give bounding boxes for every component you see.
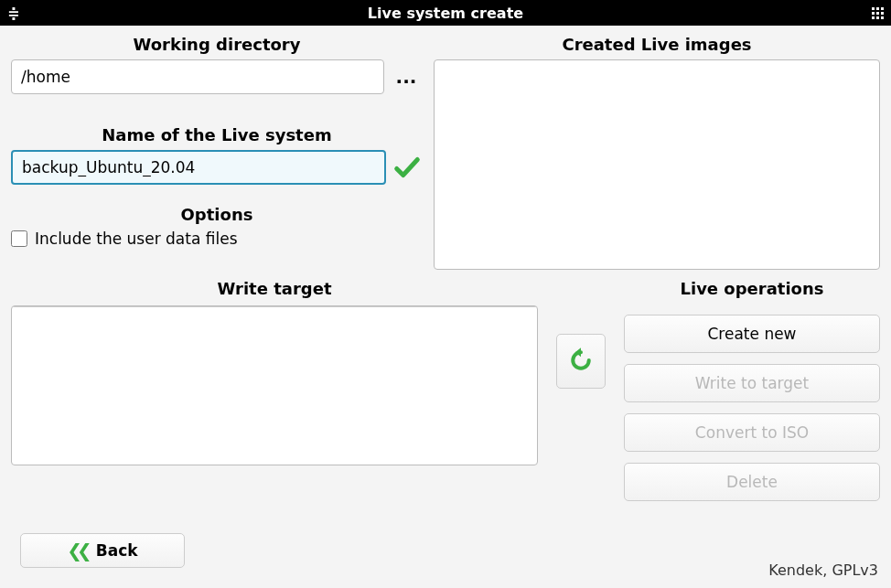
- footer-credit: Kendek, GPLv3: [768, 561, 878, 579]
- create-new-button[interactable]: Create new: [624, 315, 880, 353]
- browse-button[interactable]: ...: [390, 59, 423, 94]
- write-target-table[interactable]: [11, 305, 538, 465]
- live-operations-section: Live operations Create new Write to targ…: [624, 279, 880, 501]
- back-label: Back: [96, 541, 138, 560]
- live-name-label: Name of the Live system: [11, 125, 423, 144]
- options-label: Options: [11, 205, 423, 224]
- working-directory-input[interactable]: [11, 59, 384, 94]
- created-images-section: Created Live images: [434, 35, 880, 270]
- table-header: [12, 306, 537, 307]
- live-operations-label: Live operations: [624, 279, 880, 298]
- write-target-label: Write target: [11, 279, 538, 298]
- live-system-name-input[interactable]: [11, 150, 386, 185]
- created-images-label: Created Live images: [434, 35, 880, 54]
- app-grid-icon[interactable]: [872, 7, 884, 19]
- write-to-target-button[interactable]: Write to target: [624, 364, 880, 402]
- window-menu-icon[interactable]: ≑: [7, 5, 19, 22]
- include-user-data-label: Include the user data files: [35, 230, 238, 248]
- delete-button[interactable]: Delete: [624, 463, 880, 501]
- refresh-icon: [567, 347, 595, 377]
- titlebar: ≑ Live system create: [0, 0, 891, 26]
- include-user-data-row[interactable]: Include the user data files: [11, 230, 423, 248]
- write-target-section: Write target: [11, 279, 538, 465]
- convert-to-iso-button[interactable]: Convert to ISO: [624, 413, 880, 452]
- created-images-listbox[interactable]: [434, 59, 880, 270]
- back-chevron-icon: ❮❮: [67, 540, 87, 561]
- live-name-section: Name of the Live system Options Include …: [11, 125, 423, 270]
- back-button[interactable]: ❮❮ Back: [20, 533, 185, 568]
- refresh-button[interactable]: [556, 334, 606, 389]
- include-user-data-checkbox[interactable]: [11, 230, 27, 247]
- valid-checkmark-icon: [392, 152, 423, 183]
- window-title: Live system create: [368, 5, 523, 22]
- working-directory-label: Working directory: [11, 35, 423, 54]
- working-directory-section: Working directory ...: [11, 35, 423, 116]
